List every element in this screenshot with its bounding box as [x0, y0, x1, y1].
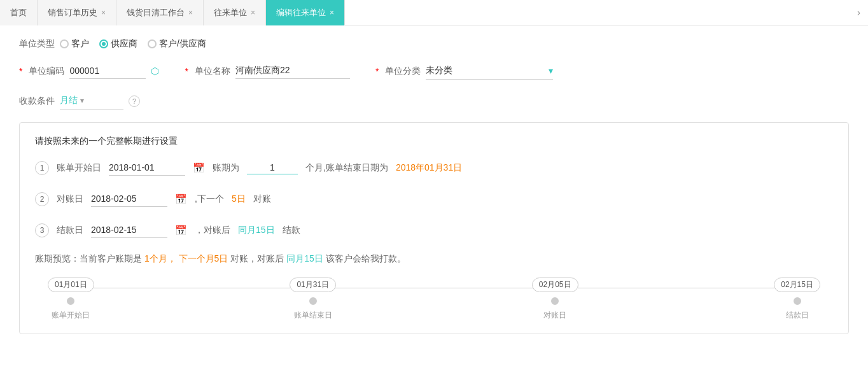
unit-category-group: * 单位分类 未分类 ▾ — [375, 62, 553, 80]
tab-edit-counterparty-label: 编辑往来单位 — [276, 7, 326, 18]
timeline-badge-2: 02月05日 — [532, 278, 578, 292]
tab-home[interactable]: 首页 — [0, 0, 38, 25]
unit-name-star: * — [185, 66, 188, 76]
step-1-date-input[interactable] — [109, 160, 185, 176]
unit-name-label: 单位名称 — [195, 66, 230, 77]
preview-text: 账期预览：当前客户账期是 1个月， 下一个月5日 对账，对账后 同月15日 该客… — [35, 253, 833, 265]
timeline-dot-3 — [794, 297, 801, 305]
step-2-date-input[interactable] — [91, 191, 167, 207]
timeline-badge-0: 01月01日 — [48, 278, 94, 292]
radio-group: 客户 供应商 客户/供应商 — [60, 38, 206, 50]
payment-terms-value: 月结 — [60, 95, 78, 106]
step-3-highlight: 同月15日 — [238, 225, 275, 236]
panel-title: 请按照未来的一个完整帐期进行设置 — [35, 136, 833, 147]
timeline-label-2: 对账日 — [543, 310, 566, 321]
close-edit-counterparty-icon[interactable]: × — [330, 8, 334, 17]
preview-part3: 同月15日 — [286, 253, 323, 264]
unit-details-row: * 单位编码 ⬡ * 单位名称 * 单位分类 未分类 ▾ — [19, 62, 849, 80]
timeline-point-2: 02月05日 对账日 — [532, 278, 578, 321]
radio-customer[interactable]: 客户 — [60, 38, 89, 50]
step-2-prefix: ,下一个 — [195, 194, 224, 205]
step-1-row: 1 账单开始日 📅 账期为 个月,账单结束日期为 2018年01月31日 — [35, 160, 833, 176]
unit-category-value: 未分类 — [426, 65, 452, 76]
step-1-unit: 个月,账单结束日期为 — [305, 162, 388, 174]
timeline-label-0: 账单开始日 — [52, 310, 90, 321]
timeline-badge-3: 02月15日 — [774, 278, 820, 292]
radio-supplier-circle — [99, 39, 108, 48]
step-2-calendar-icon[interactable]: 📅 — [175, 194, 187, 205]
payment-terms-label: 收款条件 — [19, 95, 55, 107]
radio-customer-supplier-label: 客户/供应商 — [159, 38, 206, 50]
step-3-calendar-icon[interactable]: 📅 — [175, 225, 187, 236]
preview-prefix: 账期预览：当前客户账期是 — [35, 253, 142, 264]
timeline-dot-0 — [67, 297, 74, 305]
radio-customer-label: 客户 — [71, 38, 89, 50]
radio-customer-circle — [60, 39, 69, 48]
radio-supplier-label: 供应商 — [111, 38, 137, 50]
timeline: 01月01日 账单开始日 01月31日 账单结束日 02月05日 — [35, 278, 833, 321]
tab-cashflow[interactable]: 钱货日清工作台 × — [116, 0, 204, 25]
unit-code-label: 单位编码 — [29, 66, 64, 77]
close-cashflow-icon[interactable]: × — [188, 8, 193, 17]
tab-sales-history-label: 销售订单历史 — [48, 7, 97, 18]
settings-panel: 请按照未来的一个完整帐期进行设置 1 账单开始日 📅 账期为 个月,账单结束日期… — [19, 122, 849, 334]
unit-type-label: 单位类型 — [19, 38, 55, 50]
tab-counterparty[interactable]: 往来单位 × — [204, 0, 266, 25]
step-1-end-date: 2018年01月31日 — [396, 162, 462, 174]
step-3-num: 3 — [35, 223, 49, 237]
unit-type-group: 单位类型 客户 供应商 客户/供应商 — [19, 38, 206, 50]
timeline-label-3: 结款日 — [786, 310, 809, 321]
payment-terms-dropdown[interactable]: 月结 ▾ — [60, 92, 123, 109]
main-content: 单位类型 客户 供应商 客户/供应商 * 单位编码 — [0, 25, 868, 387]
close-sales-history-icon[interactable]: × — [101, 8, 106, 17]
step-1-calendar-icon[interactable]: 📅 — [193, 162, 205, 174]
unit-category-select[interactable]: 未分类 ▾ — [426, 62, 553, 80]
tab-sales-history[interactable]: 销售订单历史 × — [38, 0, 116, 25]
preview-part1: 1个月， — [144, 253, 176, 264]
step-2-label: 对账日 — [57, 194, 83, 205]
step-3-prefix: ，对账后 — [195, 225, 230, 236]
tab-counterparty-label: 往来单位 — [214, 7, 247, 18]
step-1-period-input[interactable] — [247, 161, 298, 174]
timeline-dot-1 — [309, 297, 317, 305]
timeline-point-0: 01月01日 账单开始日 — [48, 278, 94, 321]
copy-icon[interactable]: ⬡ — [151, 66, 159, 77]
step-3-row: 3 结款日 📅 ，对账后 同月15日 结款 — [35, 222, 833, 238]
help-icon[interactable]: ? — [129, 95, 140, 107]
payment-terms-row: 收款条件 月结 ▾ ? — [19, 92, 849, 109]
step-1-num: 1 — [35, 161, 49, 175]
step-2-suffix: 对账 — [253, 194, 271, 205]
step-1-label: 账单开始日 — [57, 162, 101, 174]
step-3-date-input[interactable] — [91, 222, 167, 238]
timeline-dot-2 — [551, 297, 559, 305]
preview-suffix: 该客户会给我打款。 — [326, 253, 406, 264]
payment-terms-group: 收款条件 月结 ▾ ? — [19, 92, 140, 109]
tab-more-button[interactable]: › — [850, 7, 868, 18]
step-2-row: 2 对账日 📅 ,下一个 5日 对账 — [35, 191, 833, 207]
step-3-label: 结款日 — [57, 225, 83, 236]
chevron-down-icon: ▾ — [549, 66, 553, 76]
unit-code-star: * — [19, 66, 22, 76]
step-3-suffix: 结款 — [283, 225, 300, 236]
step-2-num: 2 — [35, 192, 49, 206]
radio-customer-supplier[interactable]: 客户/供应商 — [148, 38, 206, 50]
unit-name-input[interactable] — [235, 63, 350, 79]
timeline-point-3: 02月15日 结款日 — [774, 278, 820, 321]
close-counterparty-icon[interactable]: × — [251, 8, 255, 17]
timeline-label-1: 账单结束日 — [294, 310, 332, 321]
unit-code-group: * 单位编码 ⬡ — [19, 63, 159, 79]
unit-name-group: * 单位名称 — [185, 63, 349, 79]
step-1-suffix: 账期为 — [213, 162, 239, 174]
unit-category-star: * — [375, 66, 379, 76]
timeline-points: 01月01日 账单开始日 01月31日 账单结束日 02月05日 — [48, 278, 820, 321]
preview-part2: 下一个月5日 — [179, 253, 228, 264]
preview-middle: 对账，对账后 — [230, 253, 284, 264]
unit-code-input[interactable] — [69, 63, 146, 79]
dropdown-arrow-icon: ▾ — [80, 96, 84, 105]
tab-edit-counterparty[interactable]: 编辑往来单位 × — [266, 0, 345, 25]
timeline-point-1: 01月31日 账单结束日 — [290, 278, 336, 321]
tab-home-label: 首页 — [10, 7, 27, 18]
tab-bar: 首页 销售订单历史 × 钱货日清工作台 × 往来单位 × 编辑往来单位 × › — [0, 0, 868, 25]
radio-supplier[interactable]: 供应商 — [99, 38, 137, 50]
unit-category-label: 单位分类 — [385, 66, 421, 77]
